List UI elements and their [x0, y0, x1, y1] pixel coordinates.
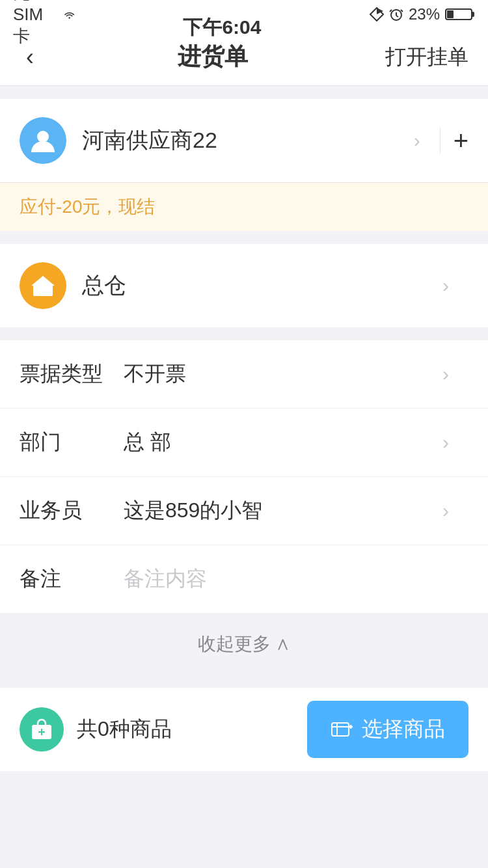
supplier-row[interactable]: 河南供应商22 › +: [0, 99, 488, 183]
svg-marker-13: [31, 276, 55, 286]
status-right: 23%: [370, 5, 475, 23]
department-row[interactable]: 部门 总 部 ›: [0, 409, 488, 477]
remark-label: 备注: [20, 565, 111, 593]
invoice-type-chevron: ›: [442, 363, 449, 385]
invoice-type-label: 票据类型: [20, 360, 111, 388]
form-section: 票据类型 不开票 › 部门 总 部 › 业务员 这是859的小智 › 备注 备注…: [0, 340, 488, 613]
bottom-bar: 共0种商品 选择商品: [0, 688, 488, 771]
salesperson-row[interactable]: 业务员 这是859的小智 ›: [0, 477, 488, 545]
battery-text: 23%: [409, 5, 440, 23]
department-label: 部门: [20, 428, 111, 457]
user-icon: [29, 126, 57, 155]
top-divider: [0, 86, 488, 99]
warehouse-name: 总仓: [82, 271, 442, 301]
alarm-icon: [389, 7, 403, 21]
svg-line-5: [396, 16, 398, 17]
remark-input[interactable]: 备注内容: [111, 565, 468, 593]
warehouse-chevron-icon: ›: [442, 275, 449, 297]
svg-rect-10: [472, 12, 474, 17]
notice-text: 应付-20元，现结: [20, 197, 155, 217]
warehouse-section: 总仓 ›: [0, 244, 488, 327]
salesperson-value: 这是859的小智: [111, 496, 442, 525]
svg-line-7: [401, 10, 403, 12]
status-bar: 无 SIM 卡 下午6:04 23%: [0, 0, 488, 29]
svg-line-6: [390, 10, 392, 12]
warehouse-row[interactable]: 总仓 ›: [0, 244, 488, 327]
supplier-section: 河南供应商22 › + 应付-20元，现结: [0, 99, 488, 231]
svg-point-0: [68, 17, 70, 18]
warehouse-icon-wrap: [20, 262, 66, 309]
open-pending-button[interactable]: 打开挂单: [385, 43, 468, 72]
salesperson-label: 业务员: [20, 496, 111, 525]
status-time: 下午6:04: [183, 14, 261, 41]
page-title: 进货单: [178, 41, 248, 73]
svg-point-11: [37, 131, 49, 142]
supplier-avatar: [20, 117, 66, 164]
page-background: [0, 771, 488, 868]
supplier-name: 河南供应商22: [82, 126, 414, 156]
salesperson-chevron: ›: [442, 500, 449, 522]
wifi-icon: [64, 8, 75, 21]
back-button[interactable]: ‹: [20, 37, 40, 77]
collapse-row[interactable]: 收起更多 ∧: [0, 614, 488, 675]
battery-icon: [445, 7, 475, 21]
collapse-label: 收起更多 ∧: [198, 632, 291, 657]
product-count-label: 共0种商品: [77, 715, 307, 744]
svg-rect-17: [332, 723, 349, 736]
cart-plus-icon: [331, 718, 354, 741]
svg-rect-12: [33, 284, 53, 296]
invoice-type-row[interactable]: 票据类型 不开票 ›: [0, 340, 488, 409]
remark-row[interactable]: 备注 备注内容: [0, 545, 488, 613]
middle-divider: [0, 231, 488, 244]
warehouse-icon: [30, 273, 56, 299]
supplier-chevron-icon: ›: [414, 129, 420, 152]
select-product-button[interactable]: 选择商品: [307, 701, 468, 758]
invoice-type-value: 不开票: [111, 360, 442, 388]
notice-banner: 应付-20元，现结: [0, 183, 488, 231]
select-product-label: 选择商品: [362, 715, 445, 744]
department-chevron: ›: [442, 431, 449, 454]
svg-rect-9: [447, 10, 454, 18]
product-icon-wrap: [20, 707, 64, 752]
department-value: 总 部: [111, 428, 442, 457]
location-icon: [370, 7, 384, 21]
product-bag-icon: [29, 717, 54, 742]
add-supplier-button[interactable]: +: [440, 128, 468, 154]
